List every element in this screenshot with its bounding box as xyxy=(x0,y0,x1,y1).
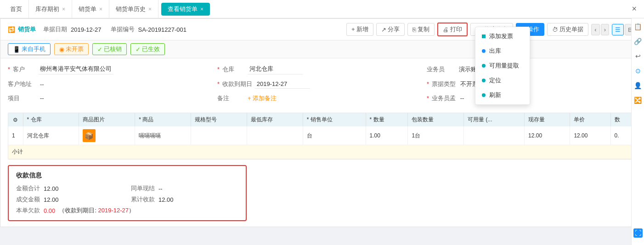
note-label: 备注 xyxy=(217,94,245,103)
same-order-value: -- xyxy=(158,185,163,192)
date-label: 单据日期 xyxy=(43,25,67,34)
out-warehouse-item[interactable]: 出库 xyxy=(475,44,530,58)
sidebar-icon-link[interactable]: 🔗 xyxy=(633,37,643,46)
staff-field: 业务员 演示账号 xyxy=(427,64,636,74)
sidebar-icon-back[interactable]: ↩ xyxy=(633,51,643,61)
tab-view-sales-close[interactable]: × xyxy=(200,6,203,12)
share-icon: ↗ xyxy=(381,26,386,33)
share-button[interactable]: ↗ 分享 xyxy=(376,23,405,36)
tab-sales[interactable]: 销货单 × xyxy=(72,0,109,18)
tab-sales-history-close[interactable]: × xyxy=(148,6,152,12)
col-pack-qty: 包装数量 xyxy=(408,113,464,126)
sidebar-icon-fullscreen[interactable]: ⛶ xyxy=(633,228,643,238)
project-field: 项目 -- xyxy=(8,94,217,103)
print-button[interactable]: 🖨 打印 xyxy=(437,23,468,36)
col-warehouse: * 仓库 xyxy=(23,113,79,126)
sidebar-icon-swap[interactable]: 🔀 xyxy=(633,96,643,105)
due-date-label: 收款到期日 xyxy=(222,80,252,87)
due-date-value: 2019-12-27 xyxy=(255,80,310,89)
product-table-container: ⚙ * 仓库 商品图片 * 商品 规格型号 最低库存 * 销售单位 * 数量 包… xyxy=(8,113,636,160)
arrears-note: （收款到期日: 2019-12-27） xyxy=(59,206,135,215)
history-button[interactable]: ⏱ 历史单据 xyxy=(547,23,588,36)
project-label: 项目 xyxy=(8,94,35,103)
sidebar-icon-doc[interactable]: 📋 xyxy=(633,22,643,31)
col-product-img: 商品图片 xyxy=(79,113,135,126)
tab-sales-close[interactable]: × xyxy=(99,6,102,12)
customer-value: 柳州粤港平安气体有限公司 xyxy=(38,64,113,74)
doc-header: 🔁 销货单 单据日期 2019-12-27 单据编号 SA-20191227-0… xyxy=(0,19,644,40)
arrears-value: 0.00 xyxy=(44,207,55,214)
locate-item[interactable]: 定位 xyxy=(475,73,530,88)
sidebar-icon-circle[interactable]: ⊙ xyxy=(633,66,643,75)
form-row-1: * 客户 柳州粤港平安气体有限公司 * 仓库 河北仓库 业务员 演示账号 xyxy=(8,64,636,74)
sales-staff-label: 业务员孟 xyxy=(432,95,456,102)
customer-label: 客户 xyxy=(13,66,25,73)
right-sidebar: 📋 🔗 ↩ ⊙ 👤 🔀 ⛶ xyxy=(631,18,644,245)
required-star: * xyxy=(8,66,10,73)
project-value: -- xyxy=(38,94,46,103)
not-open-button[interactable]: ◉ 未开票 xyxy=(54,43,89,55)
out-warehouse-icon xyxy=(482,49,486,53)
staff-label: 业务员 xyxy=(427,65,454,74)
subtotal-row: 小计 xyxy=(8,145,636,159)
col-gear[interactable]: ⚙ xyxy=(8,113,23,126)
cumulative-value: 12.00 xyxy=(158,196,174,203)
row-pack-qty: 1台 xyxy=(408,126,464,145)
warehouse-field: * 仓库 河北仓库 xyxy=(217,64,427,74)
tab-sales-history-label: 销货单历史 xyxy=(116,5,146,13)
next-button[interactable]: › xyxy=(601,24,609,35)
sales-staff-value: -- xyxy=(458,94,466,103)
add-invoice-item[interactable]: 添加发票 xyxy=(475,29,530,44)
tab-home[interactable]: 首页 xyxy=(4,0,29,18)
dropdown-menu: 添加发票 出库 可用量提取 定位 刷新 xyxy=(475,27,530,105)
prev-button[interactable]: ‹ xyxy=(591,24,599,35)
trade-amount-value: 12.00 xyxy=(44,196,59,203)
col-price: 单价 xyxy=(570,113,610,126)
locate-icon xyxy=(482,79,486,82)
row-stock: 12.00 xyxy=(525,126,570,145)
main-area: 🔁 销货单 单据日期 2019-12-27 单据编号 SA-20191227-0… xyxy=(0,18,644,227)
form-row-2: 客户地址 -- * 收款到期日 2019-12-27 * 票据类型 不开票 xyxy=(8,79,636,89)
list-view-button[interactable]: ☰ xyxy=(612,24,624,35)
add-invoice-label: 添加发票 xyxy=(489,32,513,40)
row-available xyxy=(464,126,525,145)
tab-sales-history[interactable]: 销货单历史 × xyxy=(109,0,158,18)
copy-icon: ⎘ xyxy=(412,26,416,33)
add-note-button[interactable]: + 添加备注 xyxy=(248,94,277,103)
address-field: 客户地址 -- xyxy=(8,80,217,89)
nav-arrows: ‹ › xyxy=(591,24,609,35)
payment-grid: 金额合计 12.00 同单现结 -- 成交金额 12.00 累计收款 12.00… xyxy=(16,184,238,215)
same-order-label: 同单现结 xyxy=(131,184,155,193)
row-unit: 台 xyxy=(303,126,366,145)
no-value: SA-20191227-001 xyxy=(138,26,187,33)
copy-button[interactable]: ⎘ 复制 xyxy=(407,23,435,36)
sub-action-bar: 📱 来自手机 ◉ 未开票 ✓ 已核销 ✓ 已生效 xyxy=(0,40,644,58)
date-value: 2019-12-27 xyxy=(71,26,102,33)
refresh-item[interactable]: 刷新 xyxy=(475,88,530,103)
row-product: 嗝嗝嗝嗝 xyxy=(135,126,191,145)
col-stock: 现存量 xyxy=(525,113,570,126)
refresh-label: 刷新 xyxy=(489,91,501,99)
payment-section: 收款信息 金额合计 12.00 同单现结 -- 成交金额 12.00 累计收款 … xyxy=(8,165,247,221)
sidebar-icon-user[interactable]: 👤 xyxy=(633,81,643,90)
trade-amount-label: 成交金额 xyxy=(16,195,40,204)
doc-title-text: 销货单 xyxy=(18,25,36,34)
tab-inventory-close[interactable]: × xyxy=(62,6,65,12)
plus-icon: + xyxy=(248,95,251,102)
total-amount-label: 金额合计 xyxy=(16,184,40,193)
from-phone-button[interactable]: 📱 来自手机 xyxy=(8,43,51,55)
col-product: * 商品 xyxy=(135,113,191,126)
window-close-button[interactable]: × xyxy=(628,4,640,14)
new-button[interactable]: + 新增 xyxy=(346,23,373,36)
payment-title: 收款信息 xyxy=(16,171,238,180)
product-image: 📦 xyxy=(83,129,96,142)
row-warehouse: 河北仓库 xyxy=(23,126,79,145)
address-value: -- xyxy=(38,80,46,89)
tab-inventory[interactable]: 库存期初 × xyxy=(29,0,72,18)
subtotal-label: 小计 xyxy=(8,145,636,159)
note-field: 备注 + 添加备注 xyxy=(217,94,427,103)
tab-view-sales[interactable]: 查看销货单 × xyxy=(161,3,210,16)
product-table: ⚙ * 仓库 商品图片 * 商品 规格型号 最低库存 * 销售单位 * 数量 包… xyxy=(8,113,636,159)
available-qty-item[interactable]: 可用量提取 xyxy=(475,58,530,73)
check-badge: ✓ 已核销 xyxy=(92,43,127,55)
